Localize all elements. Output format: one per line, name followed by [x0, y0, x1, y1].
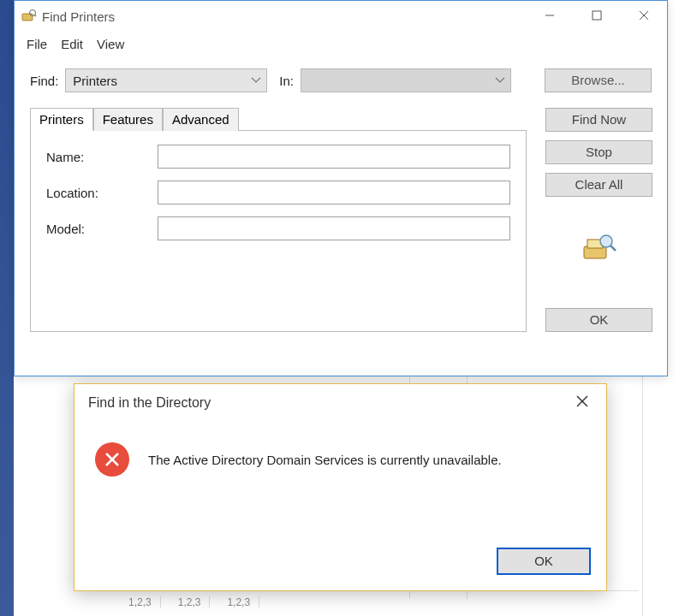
bg-row-values: 1,2,3 1,2,3 1,2,3	[120, 596, 259, 608]
menu-edit[interactable]: Edit	[56, 35, 88, 53]
titlebar[interactable]: Find Printers	[15, 1, 667, 32]
dialog-title: Find in the Directory	[88, 395, 211, 411]
clear-all-button[interactable]: Clear All	[545, 173, 652, 197]
model-label: Model:	[46, 222, 158, 236]
dialog-message: The Active Directory Domain Services is …	[148, 453, 502, 467]
tab-advanced[interactable]: Advanced	[163, 108, 239, 131]
chevron-down-icon	[495, 77, 505, 84]
svg-rect-0	[22, 14, 33, 21]
tab-features[interactable]: Features	[93, 108, 163, 131]
tabs: Printers Features Advanced	[30, 108, 527, 131]
browse-button[interactable]: Browse...	[545, 68, 652, 92]
dialog-ok-button[interactable]: OK	[497, 548, 591, 575]
error-dialog: Find in the Directory The Active Directo…	[74, 383, 607, 591]
find-now-button[interactable]: Find Now	[545, 108, 652, 132]
svg-rect-4	[593, 11, 601, 20]
find-dropdown-value: Printers	[73, 74, 117, 88]
name-input[interactable]	[158, 145, 510, 169]
find-printers-icon	[21, 9, 37, 24]
model-input[interactable]	[158, 216, 510, 240]
maximize-button[interactable]	[573, 1, 620, 30]
find-printers-window: Find Printers File Edit View Find: Print…	[14, 0, 668, 376]
location-input[interactable]	[158, 181, 510, 204]
svg-line-2	[35, 15, 37, 17]
in-dropdown[interactable]	[301, 68, 511, 92]
window-title: Find Printers	[42, 9, 115, 24]
location-label: Location:	[46, 186, 158, 200]
svg-point-9	[600, 235, 612, 247]
search-printer-icon	[581, 231, 618, 265]
find-dropdown[interactable]: Printers	[65, 68, 267, 92]
dialog-close-button[interactable]	[575, 394, 593, 412]
find-label: Find:	[30, 74, 58, 88]
name-label: Name:	[46, 150, 158, 164]
background-sidebar	[0, 0, 14, 616]
menu-view[interactable]: View	[92, 35, 129, 53]
close-button[interactable]	[620, 1, 667, 30]
in-label: In:	[279, 74, 294, 88]
ok-button[interactable]: OK	[545, 308, 652, 332]
error-icon	[95, 442, 129, 477]
svg-line-10	[611, 246, 616, 251]
minimize-button[interactable]	[526, 1, 573, 30]
menubar: File Edit View	[15, 32, 667, 56]
tab-printers[interactable]: Printers	[30, 108, 93, 131]
menu-file[interactable]: File	[21, 35, 52, 53]
chevron-down-icon	[251, 77, 261, 84]
stop-button[interactable]: Stop	[545, 140, 652, 164]
tab-panel: Name: Location: Model:	[30, 130, 527, 332]
